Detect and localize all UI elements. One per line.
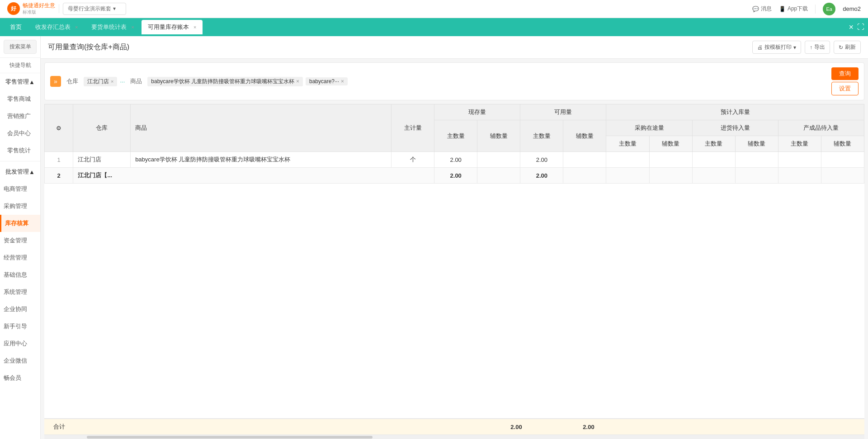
page-title: 可用量查询(按仓库+商品) bbox=[48, 42, 129, 52]
tab-available-stock-close[interactable]: × bbox=[193, 24, 196, 30]
warehouse-more[interactable]: ··· bbox=[120, 78, 125, 85]
divider1 bbox=[0, 161, 40, 161]
col-avail-main: 主数量 bbox=[520, 120, 563, 152]
table-wrapper[interactable]: ⚙ 仓库 商品 主计量 现存量 可用量 预计入库量 主数量 辅数量 主数量 bbox=[44, 104, 864, 418]
tab-available-stock[interactable]: 可用量库存账本 × bbox=[142, 20, 203, 34]
app-download-btn[interactable]: 📱 App下载 bbox=[779, 5, 808, 13]
sidebar-item-retail-mall[interactable]: 零售商城 bbox=[0, 90, 40, 108]
warehouse-tag-remove[interactable]: × bbox=[111, 79, 113, 84]
sidebar-item-new-guide[interactable]: 新手引导 bbox=[0, 318, 40, 335]
industry-select[interactable]: 母婴行业演示账套 ▾ bbox=[63, 3, 126, 15]
tab-receive-label: 收发存汇总表 bbox=[35, 23, 71, 31]
sidebar-item-inventory[interactable]: 库存核算 bbox=[0, 215, 40, 232]
query-btn[interactable]: 查询 bbox=[831, 67, 859, 80]
setting-btn[interactable]: 设置 bbox=[831, 82, 859, 95]
sidebar-label-retail-stats: 零售统计 bbox=[7, 146, 31, 155]
col-product-main: 主数量 bbox=[778, 136, 821, 152]
sidebar-item-enterprise[interactable]: 企业协同 bbox=[0, 301, 40, 318]
cell-product-1: babycare学饮杯 儿童防摔防撞吸管杯重力球吸嘴杯宝宝水杯 bbox=[131, 152, 392, 168]
sidebar-item-vip[interactable]: 畅会员 bbox=[0, 369, 40, 387]
filter-expand-btn[interactable]: » bbox=[50, 76, 61, 87]
table-row: 1 江北门店 babycare学饮杯 儿童防摔防撞吸管杯重力球吸嘴杯宝宝水杯 个… bbox=[45, 152, 864, 168]
sidebar-label-app-center: 应用中心 bbox=[4, 340, 27, 348]
cell-stock-sub-1 bbox=[477, 152, 520, 168]
sidebar-label-zero-retail: 零售管理 bbox=[5, 78, 29, 86]
col-unit: 主计量 bbox=[392, 104, 434, 152]
product-label: 商品 bbox=[130, 77, 142, 85]
sidebar-label-enterprise-wechat: 企业微信 bbox=[4, 357, 27, 365]
export-icon: ↑ bbox=[810, 44, 812, 51]
sidebar-item-enterprise-wechat[interactable]: 企业微信 bbox=[0, 352, 40, 369]
col-avail-sub: 辅数量 bbox=[563, 120, 606, 152]
tab-order-stats[interactable]: 要货单统计表 × bbox=[85, 20, 140, 34]
col-product: 商品 bbox=[131, 104, 392, 152]
sidebar-item-finance[interactable]: 资金管理 bbox=[0, 232, 40, 249]
sidebar-label-new-guide: 新手引导 bbox=[4, 322, 27, 330]
logo-icon: 好 bbox=[7, 2, 20, 15]
sidebar-label-enterprise: 企业协同 bbox=[4, 305, 27, 313]
sidebar-label-marketing: 营销推广 bbox=[7, 112, 31, 120]
sidebar-item-app-center[interactable]: 应用中心 bbox=[0, 335, 40, 352]
cell-stock-main-1: 2.00 bbox=[434, 152, 477, 168]
sidebar-item-zero-retail[interactable]: 零售管理 ▲ bbox=[0, 73, 40, 90]
cell-avail-sub-1 bbox=[563, 152, 606, 168]
col-stock-main: 主数量 bbox=[434, 120, 477, 152]
filter-bar: » 仓库 江北门店 × ··· 商品 babycare学饮杯 儿童防摔防撞吸管杯… bbox=[44, 62, 864, 100]
tab-home-label: 首页 bbox=[10, 23, 22, 31]
export-btn[interactable]: ↑ 导出 bbox=[805, 41, 830, 54]
subtotal-avail-main: 2.00 bbox=[520, 168, 563, 184]
tab-order-stats-close[interactable]: × bbox=[131, 24, 134, 30]
cell-purchase-sub-1 bbox=[649, 152, 692, 168]
warehouse-tag[interactable]: 江北门店 × bbox=[84, 77, 117, 86]
sidebar-label-finance: 资金管理 bbox=[4, 236, 27, 245]
sidebar-item-member[interactable]: 会员中心 bbox=[0, 125, 40, 142]
quick-nav-btn[interactable]: 快捷导航 bbox=[0, 58, 40, 73]
subtotal-pending-main bbox=[692, 168, 735, 184]
sidebar-label-system: 系统管理 bbox=[4, 288, 27, 296]
sidebar-item-ecommerce[interactable]: 电商管理 bbox=[0, 180, 40, 198]
page-actions: 🖨 按模板打印 ▾ ↑ 导出 ↻ 刷新 bbox=[752, 41, 861, 54]
col-product-pending-group: 产成品待入量 bbox=[778, 120, 864, 136]
sidebar-label-inventory: 库存核算 bbox=[5, 219, 28, 227]
username[interactable]: demo2 bbox=[843, 5, 861, 12]
product-tag2-remove[interactable]: × bbox=[341, 78, 344, 85]
cell-pending-sub-1 bbox=[735, 152, 778, 168]
sidebar-item-operations[interactable]: 经营管理 bbox=[0, 249, 40, 266]
expand-icon: » bbox=[54, 78, 57, 85]
product-tag1-remove[interactable]: × bbox=[296, 78, 299, 85]
table-footer: 合计 2.00 2.00 bbox=[44, 418, 864, 434]
avatar[interactable]: Ea bbox=[823, 3, 835, 15]
product-tag1[interactable]: babycare学饮杯 儿童防摔防撞吸管杯重力球吸嘴杯宝宝水杯 × bbox=[147, 77, 303, 86]
subtotal-label: 江北门店【... bbox=[73, 168, 434, 184]
close-all-btn[interactable]: × bbox=[849, 23, 854, 32]
tab-home[interactable]: 首页 bbox=[4, 20, 28, 34]
product-tags: babycare学饮杯 儿童防摔防撞吸管杯重力球吸嘴杯宝宝水杯 × babyca… bbox=[147, 77, 348, 86]
col-purchase-main: 主数量 bbox=[606, 136, 649, 152]
warehouse-label: 仓库 bbox=[66, 77, 78, 85]
sidebar: 搜索菜单 快捷导航 零售管理 ▲ 零售商城 营销推广 会员中心 零售统计 批发管… bbox=[0, 36, 41, 439]
message-btn[interactable]: 💬 消息 bbox=[752, 5, 772, 13]
top-bar: 好 畅捷通好生意 标准版 母婴行业演示账套 ▾ 💬 消息 📱 App下载 Ea … bbox=[0, 0, 868, 18]
col-pending-main: 主数量 bbox=[692, 136, 735, 152]
footer-stock-main: 2.00 bbox=[498, 424, 534, 430]
sidebar-item-system[interactable]: 系统管理 bbox=[0, 283, 40, 301]
print-btn[interactable]: 🖨 按模板打印 ▾ bbox=[752, 41, 801, 54]
sidebar-item-purchase[interactable]: 采购管理 bbox=[0, 198, 40, 215]
sidebar-item-wholesale[interactable]: 批发管理 ▲ bbox=[0, 163, 40, 180]
horizontal-scrollbar[interactable] bbox=[44, 434, 864, 439]
sidebar-item-retail-stats[interactable]: 零售统计 bbox=[0, 142, 40, 159]
cell-product-sub-1 bbox=[821, 152, 864, 168]
sidebar-item-basic-info[interactable]: 基础信息 bbox=[0, 266, 40, 283]
cell-warehouse-1: 江北门店 bbox=[73, 152, 131, 168]
sidebar-item-marketing[interactable]: 营销推广 bbox=[0, 108, 40, 125]
col-gear[interactable]: ⚙ bbox=[45, 104, 73, 152]
search-menu-btn[interactable]: 搜索菜单 bbox=[4, 40, 37, 54]
tab-order-stats-label: 要货单统计表 bbox=[91, 23, 127, 31]
scrollbar-thumb[interactable] bbox=[87, 436, 373, 439]
tab-receive-close[interactable]: × bbox=[75, 24, 78, 30]
refresh-btn[interactable]: ↻ 刷新 bbox=[834, 41, 861, 54]
fullscreen-btn[interactable]: ⛶ bbox=[857, 23, 864, 31]
product-tag2[interactable]: babycare?··· × bbox=[306, 77, 348, 85]
col-warehouse: 仓库 bbox=[73, 104, 131, 152]
tab-receive[interactable]: 收发存汇总表 × bbox=[29, 20, 84, 34]
